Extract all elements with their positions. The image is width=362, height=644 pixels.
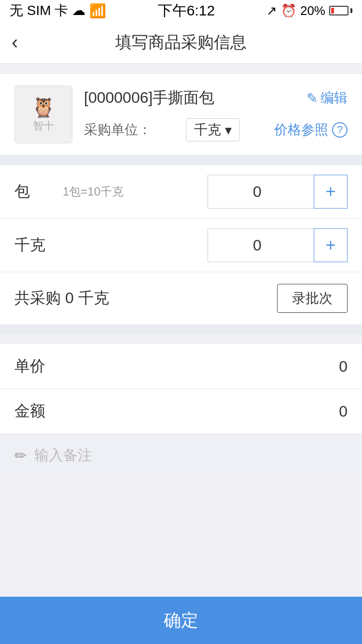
product-name-row: [0000006]手撕面包 ✎ 编辑	[84, 87, 348, 109]
pencil-icon: ✏	[14, 447, 27, 464]
input-number-bao: +	[208, 175, 348, 209]
price-row-total: 金额 0	[0, 389, 362, 434]
help-icon: ?	[332, 122, 348, 138]
summary-text: 共采购 0 千克	[14, 288, 109, 309]
product-section: 🦉 智十 [0000006]手撕面包 ✎ 编辑 采购单位： 千克 ▾ 价格参照 …	[0, 73, 362, 155]
product-image-subtext: 智十	[33, 119, 54, 133]
bao-input[interactable]	[208, 175, 314, 209]
unit-value: 千克	[194, 121, 221, 139]
product-unit-row: 采购单位： 千克 ▾ 价格参照 ?	[84, 118, 348, 141]
bao-plus-button[interactable]: +	[314, 175, 348, 209]
price-section: 单价 0 金额 0	[0, 344, 362, 434]
total-amount-label: 金额	[14, 401, 45, 422]
summary-row: 共采购 0 千克 录批次	[0, 272, 362, 325]
unit-label: 采购单位：	[84, 121, 152, 139]
input-label-kg: 千克	[14, 235, 53, 256]
input-sublabel-bao: 1包=10千克	[63, 184, 198, 199]
input-label-bao: 包	[14, 181, 53, 202]
price-row-unit: 单价 0	[0, 344, 362, 389]
status-bar: 无 SIM 卡 ☁ 📶 下午6:12 ↗ ⏰ 20%	[0, 0, 362, 21]
product-owl-icon: 🦉	[31, 96, 56, 119]
product-name: [0000006]手撕面包	[84, 87, 214, 109]
input-section: 包 1包=10千克 + 千克 +	[0, 165, 362, 272]
section-divider-2	[0, 325, 362, 335]
status-bar-left: 无 SIM 卡 ☁ 📶	[10, 1, 106, 20]
unit-price-label: 单价	[14, 356, 45, 377]
wifi-icon: 📶	[89, 3, 106, 19]
back-button[interactable]: ‹	[12, 31, 18, 53]
page-title: 填写商品采购信息	[115, 31, 247, 54]
confirm-button-label: 确定	[164, 609, 198, 632]
edit-icon: ✎	[306, 90, 318, 106]
unit-price-value: 0	[339, 358, 348, 376]
edit-label: 编辑	[320, 89, 348, 107]
nav-bar: ‹ 填写商品采购信息	[0, 21, 362, 64]
status-time: 下午6:12	[158, 1, 215, 21]
edit-link[interactable]: ✎ 编辑	[306, 89, 348, 107]
unit-select-dropdown[interactable]: 千克 ▾	[186, 118, 240, 141]
battery-icon	[329, 6, 352, 15]
input-row-bao: 包 1包=10千克 +	[0, 165, 362, 219]
input-number-kg: +	[208, 228, 348, 262]
kg-input[interactable]	[208, 228, 314, 262]
product-image: 🦉 智十	[14, 85, 72, 143]
dropdown-arrow-icon: ▾	[225, 122, 232, 138]
location-icon: ↗	[266, 3, 277, 18]
product-info: [0000006]手撕面包 ✎ 编辑 采购单位： 千克 ▾ 价格参照 ?	[84, 87, 348, 141]
sim-status: 无 SIM 卡 ☁	[10, 1, 85, 20]
alarm-icon: ⏰	[281, 3, 296, 18]
confirm-button[interactable]: 确定	[0, 597, 362, 644]
remarks-section[interactable]: ✏ 输入备注	[0, 434, 362, 477]
section-divider-1	[0, 155, 362, 165]
price-ref-link[interactable]: 价格参照 ?	[274, 121, 348, 139]
price-ref-label: 价格参照	[274, 121, 328, 139]
total-amount-value: 0	[339, 403, 348, 420]
kg-plus-button[interactable]: +	[314, 228, 348, 262]
remarks-placeholder: 输入备注	[34, 446, 92, 465]
status-bar-right: ↗ ⏰ 20%	[266, 3, 352, 18]
battery-percent: 20%	[300, 3, 325, 18]
batch-button[interactable]: 录批次	[277, 284, 348, 313]
input-row-kg: 千克 +	[0, 219, 362, 272]
